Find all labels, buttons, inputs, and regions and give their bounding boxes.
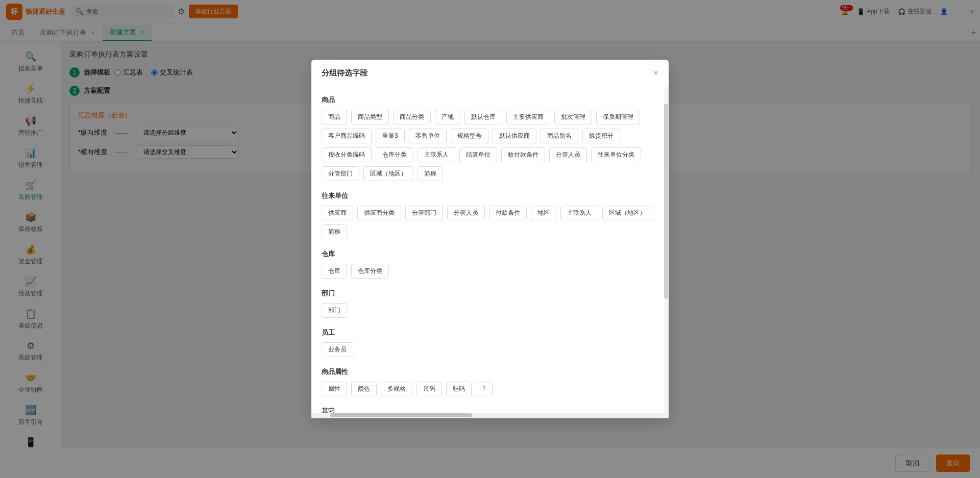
field-tag-5-1[interactable]: 颜色: [351, 382, 377, 396]
field-tag-0-8[interactable]: 客户商品编码: [322, 129, 372, 143]
field-tag-0-17[interactable]: 主联系人: [418, 147, 455, 162]
field-group-3: 部门部门: [322, 289, 653, 318]
field-tag-1-2[interactable]: 分管部门: [405, 206, 443, 220]
field-tag-0-3[interactable]: 产地: [435, 110, 460, 124]
field-group-title-4: 员工: [322, 328, 653, 337]
field-tag-1-8[interactable]: 简称: [322, 224, 347, 239]
field-tags-5: 属性颜色多规格尺码鞋码1: [322, 382, 653, 396]
field-group-title-3: 部门: [322, 289, 653, 298]
field-tag-1-3[interactable]: 分管人员: [447, 206, 485, 220]
field-tag-0-6[interactable]: 批次管理: [554, 110, 592, 124]
field-group-title-1: 往来单位: [322, 191, 653, 200]
field-group-0: 商品商品商品类型商品分类产地默认仓库主要供应商批次管理保质期管理客户商品编码重量…: [322, 95, 653, 181]
field-tag-1-6[interactable]: 主联系人: [560, 206, 598, 220]
field-tag-0-21[interactable]: 往来单位分类: [591, 147, 641, 162]
field-tag-4-0[interactable]: 业务员: [322, 342, 353, 357]
field-tag-0-15[interactable]: 税收分类编码: [322, 147, 372, 162]
field-tag-0-2[interactable]: 商品分类: [393, 110, 431, 124]
field-tag-0-10[interactable]: 零售单位: [409, 129, 447, 143]
field-tag-1-5[interactable]: 地区: [531, 206, 556, 220]
field-tag-0-1[interactable]: 商品类型: [351, 110, 389, 124]
field-group-title-6: 其它: [322, 407, 653, 413]
field-group-title-2: 仓库: [322, 249, 653, 259]
field-selection-dialog: 分组待选字段 × 商品商品商品类型商品分类产地默认仓库主要供应商批次管理保质期管…: [311, 60, 669, 418]
field-tag-2-1[interactable]: 仓库分类: [351, 264, 389, 279]
field-tag-5-0[interactable]: 属性: [322, 382, 347, 396]
field-tag-3-0[interactable]: 部门: [322, 303, 347, 318]
field-tag-0-0[interactable]: 商品: [322, 110, 347, 124]
horizontal-scrollbar[interactable]: [311, 413, 669, 418]
dialog-body: 商品商品商品类型商品分类产地默认仓库主要供应商批次管理保质期管理客户商品编码重量…: [311, 87, 664, 413]
field-tag-1-1[interactable]: 供应商分类: [357, 206, 401, 220]
field-tag-0-4[interactable]: 默认仓库: [464, 110, 502, 124]
field-tag-5-2[interactable]: 多规格: [381, 382, 412, 396]
field-tags-1: 供应商供应商分类分管部门分管人员付款条件地区主联系人区域（地区）简称: [322, 206, 653, 239]
field-tag-5-4[interactable]: 鞋码: [446, 382, 472, 396]
field-group-2: 仓库仓库仓库分类: [322, 249, 653, 279]
field-tags-4: 业务员: [322, 342, 653, 357]
field-tag-0-16[interactable]: 仓库分类: [376, 147, 413, 162]
field-group-5: 商品属性属性颜色多规格尺码鞋码1: [322, 367, 653, 396]
field-group-4: 员工业务员: [322, 328, 653, 357]
dialog-header: 分组待选字段 ×: [311, 60, 669, 87]
field-tag-0-22[interactable]: 分管部门: [322, 166, 359, 181]
field-group-title-5: 商品属性: [322, 367, 653, 376]
field-group-6: 其它: [322, 407, 653, 413]
field-tag-0-9[interactable]: 重量3: [376, 129, 405, 143]
field-group-title-0: 商品: [322, 95, 653, 105]
dialog-title: 分组待选字段: [322, 68, 368, 78]
field-tag-0-23[interactable]: 区域（地区）: [363, 166, 413, 181]
field-tag-5-3[interactable]: 尺码: [416, 382, 442, 396]
field-tag-1-7[interactable]: 区域（地区）: [602, 206, 652, 220]
field-tag-0-13[interactable]: 商品别名: [541, 129, 578, 143]
field-tags-0: 商品商品类型商品分类产地默认仓库主要供应商批次管理保质期管理客户商品编码重量3零…: [322, 110, 653, 181]
field-tag-1-0[interactable]: 供应商: [322, 206, 353, 220]
field-tag-0-7[interactable]: 保质期管理: [596, 110, 640, 124]
field-tag-0-19[interactable]: 收付款条件: [501, 147, 545, 162]
dialog-scroll-thumb: [664, 104, 668, 299]
field-tag-0-24[interactable]: 简称: [418, 166, 443, 181]
field-tag-2-0[interactable]: 仓库: [322, 264, 347, 279]
field-tag-0-20[interactable]: 分管人员: [549, 147, 587, 162]
field-tag-1-4[interactable]: 付款条件: [489, 206, 527, 220]
field-tags-2: 仓库仓库分类: [322, 264, 653, 279]
field-tag-0-12[interactable]: 默认供应商: [493, 129, 536, 143]
field-tag-0-5[interactable]: 主要供应商: [506, 110, 550, 124]
field-tag-0-14[interactable]: 炼货积分: [582, 129, 620, 143]
dialog-scrollbar[interactable]: [664, 87, 669, 413]
dialog-overlay: 分组待选字段 × 商品商品商品类型商品分类产地默认仓库主要供应商批次管理保质期管…: [0, 0, 980, 478]
hscroll-thumb: [330, 413, 472, 417]
field-tags-3: 部门: [322, 303, 653, 318]
dialog-close-button[interactable]: ×: [653, 68, 658, 79]
field-tag-0-18[interactable]: 结算单位: [459, 147, 497, 162]
field-tag-0-11[interactable]: 规格型号: [451, 129, 488, 143]
field-tag-5-5[interactable]: 1: [476, 382, 493, 396]
field-group-1: 往来单位供应商供应商分类分管部门分管人员付款条件地区主联系人区域（地区）简称: [322, 191, 653, 239]
